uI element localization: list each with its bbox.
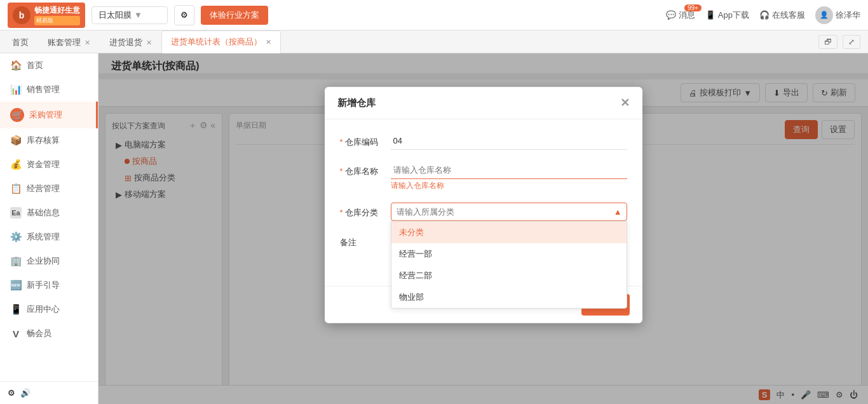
tab-ledger-label: 账套管理 [48,37,81,48]
sidebar-item-app-center[interactable]: 📱 应用中心 [0,297,98,321]
store-selector[interactable]: 日太阳膜 ▼ [92,6,168,24]
logo-area[interactable]: b 畅捷通好生意 精易版 [8,3,85,28]
warehouse-category-label: * 仓库分类 [340,203,391,219]
avatar: 👤 [815,6,833,24]
vip-icon: V [10,328,22,339]
app-download-nav[interactable]: 📱 App下载 [705,10,749,21]
sidebar-item-guide[interactable]: 🆕 新手引导 [0,273,98,297]
warehouse-code-row: * 仓库编码 [340,132,627,150]
service-nav[interactable]: 🎧 在线客服 [759,10,805,21]
app-download-label: App下载 [718,10,749,21]
finance-icon: 💰 [10,159,22,170]
sidebar-item-sales[interactable]: 📊 销售管理 [0,77,98,102]
sidebar-item-system-label: 系统管理 [27,231,60,243]
tab-bar: 首页 账套管理 ✕ 进货退货 ✕ 进货单统计表（按商品） ✕ 🗗 ⤢ [0,30,868,53]
headset-icon: 🎧 [759,10,770,20]
top-nav-right: 💬 消息 99+ 📱 App下载 🎧 在线客服 👤 徐泽华 [666,6,860,24]
settings-bottom-icon[interactable]: ⚙ [8,388,15,398]
top-nav: b 畅捷通好生意 精易版 日太阳膜 ▼ ⚙ 体验行业方案 💬 消息 99+ 📱 … [0,0,868,30]
content-area: 进货单统计(按商品) 🖨 按模板打印 ▼ ⬇ 导出 ↻ 刷新 按以下方案 [98,53,868,404]
sidebar-item-purchase-label: 采购管理 [29,109,62,121]
modal-header: 新增仓库 ✕ [325,87,642,119]
sidebar-item-basic-info[interactable]: Ea 基础信息 [0,201,98,225]
sidebar-item-inventory-label: 库存核算 [27,135,60,146]
sidebar-item-inventory[interactable]: 📦 库存核算 [0,128,98,152]
warehouse-code-control [391,132,627,150]
warehouse-name-label: * 仓库名称 [340,161,391,177]
mobile-icon: 📱 [705,10,715,20]
sidebar-item-system[interactable]: ⚙️ 系统管理 [0,225,98,249]
warehouse-category-input[interactable] [391,203,627,221]
service-label: 在线客服 [772,10,805,21]
main-layout: 🏠 首页 📊 销售管理 🛒 采购管理 📦 库存核算 💰 资金管理 📋 经营管理 … [0,53,868,404]
store-name: 日太阳膜 [98,10,132,21]
sidebar-item-vip[interactable]: V 畅会员 [0,321,98,346]
warehouse-name-control: 请输入仓库名称 [391,161,627,191]
enterprise-icon: 🏢 [10,255,22,267]
tab-ledger[interactable]: 账套管理 ✕ [38,32,100,53]
warehouse-name-input[interactable] [391,161,627,179]
purchase-icon: 🛒 [10,108,24,122]
sidebar-item-enterprise[interactable]: 🏢 企业协同 [0,249,98,273]
tab-purchase-stat-label: 进货单统计表（按商品） [171,36,262,48]
system-icon: ⚙️ [10,231,22,243]
guide-icon: 🆕 [10,279,22,291]
category-option-dept1[interactable]: 经营一部 [391,243,627,265]
warehouse-name-row: * 仓库名称 请输入仓库名称 [340,161,627,191]
warehouse-category-control: ▲ 未分类 经营一部 经营二部 物业部 [391,203,627,221]
sidebar: 🏠 首页 📊 销售管理 🛒 采购管理 📦 库存核算 💰 资金管理 📋 经营管理 … [0,53,98,404]
settings-button[interactable]: ⚙ [174,5,194,25]
category-option-property[interactable]: 物业部 [391,286,627,308]
warehouse-code-input[interactable] [391,132,627,150]
tab-home[interactable]: 首页 [3,32,38,53]
sidebar-item-enterprise-label: 企业协同 [27,255,60,267]
username-label: 徐泽华 [836,10,860,21]
user-nav[interactable]: 👤 徐泽华 [815,6,860,24]
modal-close-button[interactable]: ✕ [620,96,630,110]
sidebar-item-purchase[interactable]: 🛒 采购管理 [0,102,98,128]
speaker-icon[interactable]: 🔊 [20,388,31,398]
tab-purchase-stat-close[interactable]: ✕ [266,38,271,46]
sales-icon: 📊 [10,84,22,95]
warehouse-name-error: 请输入仓库名称 [391,180,627,191]
notes-label: 备注 [340,232,391,248]
trial-button[interactable]: 体验行业方案 [201,6,268,25]
home-icon: 🏠 [10,60,22,71]
add-warehouse-modal: 新增仓库 ✕ * 仓库编码 [325,87,642,323]
sidebar-item-operations[interactable]: 📋 经营管理 [0,177,98,201]
modal-body: * 仓库编码 * 仓库名称 [325,119,642,286]
sidebar-item-finance[interactable]: 💰 资金管理 [0,152,98,177]
tab-ledger-close[interactable]: ✕ [85,39,90,47]
chevron-up-icon: ▲ [614,207,622,217]
operations-icon: 📋 [10,183,22,194]
logo-text: 畅捷通好生意 精易版 [34,5,80,25]
basic-info-icon: Ea [10,207,22,219]
tab-purchase-return[interactable]: 进货退货 ✕ [100,32,161,53]
sidebar-item-vip-label: 畅会员 [27,328,51,339]
tab-maximize-button[interactable]: ⤢ [843,35,860,49]
tab-purchase-stat[interactable]: 进货单统计表（按商品） ✕ [161,30,281,53]
sidebar-bottom: ⚙ 🔊 [0,381,98,404]
chevron-down-icon: ▼ [134,10,142,20]
sidebar-item-home[interactable]: 🏠 首页 [0,53,98,77]
sidebar-item-operations-label: 经营管理 [27,183,60,194]
warehouse-code-label: * 仓库编码 [340,132,391,148]
tab-restore-button[interactable]: 🗗 [818,35,837,49]
sidebar-item-finance-label: 资金管理 [27,159,60,170]
tab-home-label: 首页 [12,37,29,48]
category-dropdown: 未分类 经营一部 经营二部 物业部 [391,221,627,309]
tab-purchase-return-label: 进货退货 [109,37,142,48]
message-icon: 💬 [666,10,676,20]
tab-bar-actions: 🗗 ⤢ [818,35,865,49]
modal-title: 新增仓库 [337,97,376,109]
message-nav[interactable]: 💬 消息 99+ [666,10,695,21]
inventory-icon: 📦 [10,135,22,146]
modal-overlay[interactable]: 新增仓库 ✕ * 仓库编码 [98,53,868,404]
category-option-unclassified[interactable]: 未分类 [391,222,627,243]
tab-purchase-return-close[interactable]: ✕ [146,39,152,47]
app-center-icon: 📱 [10,304,22,315]
category-option-dept2[interactable]: 经营二部 [391,265,627,286]
sidebar-item-home-label: 首页 [27,60,43,71]
message-badge: 99+ [684,4,702,11]
gear-icon: ⚙ [180,10,188,20]
